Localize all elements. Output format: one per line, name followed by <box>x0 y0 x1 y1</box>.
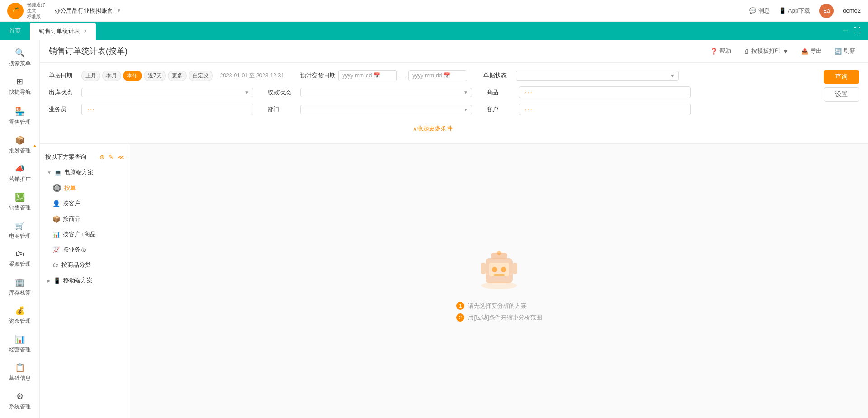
order-status-label: 单据状态 <box>483 71 509 80</box>
expected-date-group: 预计交货日期 yyyy-mm-dd 📅 — yyyy-mm-dd 📅 <box>300 70 467 81</box>
last7-btn[interactable]: 近7天 <box>144 71 166 81</box>
filter-row-1: 单据日期 上月 本月 本年 近7天 更多 自定义 2023-01-01 至 20… <box>49 70 816 81</box>
sidebar-item-operations[interactable]: 📊 经营管理 <box>0 330 39 358</box>
marketing-icon: 📣 <box>15 164 25 174</box>
sales-icon: 💹 <box>15 192 25 202</box>
pc-folder-icon: 💻 <box>54 169 61 176</box>
tree-by-goods-category[interactable]: 🗂 按商品分类 <box>40 257 130 273</box>
help-button[interactable]: ❓ 帮助 <box>707 45 735 57</box>
date-range-text: 2023-01-01 至 2023-12-31 <box>220 72 284 80</box>
collapse-panel-icon[interactable]: ≪ <box>118 153 124 161</box>
system-icon: ⚙ <box>16 391 24 401</box>
action-buttons: 查询 设置 <box>824 70 859 102</box>
current-year-btn[interactable]: 本年 <box>123 71 142 81</box>
by-goods-icon: 📦 <box>52 215 60 223</box>
sidebar-item-system[interactable]: ⚙ 系统管理 <box>0 387 39 415</box>
department-select[interactable]: ▼ <box>300 105 472 114</box>
tree-by-goods[interactable]: 📦 按商品 <box>40 211 130 227</box>
empty-state: 1 请先选择要分析的方案 2 用[过滤]条件来缩小分析范围 <box>130 144 868 418</box>
finance-icon: 💰 <box>15 306 25 316</box>
tree-pc-solution[interactable]: ▼ 💻 电脑端方案 <box>40 165 130 180</box>
ship-status-arrow-icon: ▼ <box>245 90 249 95</box>
expected-date-start[interactable]: yyyy-mm-dd 📅 <box>338 70 397 81</box>
custom-btn[interactable]: 自定义 <box>189 71 213 81</box>
filter-row-2: 出库状态 ▼ 收款状态 ▼ 商品 ··· <box>49 86 816 98</box>
sidebar-item-purchase[interactable]: 🛍 采购管理 <box>0 245 39 273</box>
empty-tip-1: 1 请先选择要分析的方案 <box>456 302 542 310</box>
tab-sales-order[interactable]: 销售订单统计表 × <box>30 23 96 40</box>
salesperson-more-icon[interactable]: ··· <box>87 106 95 113</box>
by-salesperson-icon: 📈 <box>52 246 60 253</box>
print-button[interactable]: 🖨 按模板打印 ▼ <box>740 45 792 57</box>
sidebar-item-marketing[interactable]: 📣 营销推广 <box>0 159 39 188</box>
app-dropdown-icon[interactable]: ▼ <box>117 8 121 13</box>
ship-status-select[interactable]: ▼ <box>81 88 253 97</box>
tree-by-customer[interactable]: 👤 按客户 <box>40 196 130 211</box>
tree-mobile-solution[interactable]: ▶ 📱 移动端方案 <box>40 273 130 288</box>
calendar-start-icon: 📅 <box>373 72 380 79</box>
more-btn[interactable]: 更多 <box>168 71 187 81</box>
app-name: 办公用品行业模拟账套 <box>54 7 113 15</box>
tab-close-icon[interactable]: × <box>84 28 87 34</box>
sidebar-item-quick-nav[interactable]: ⊞ 快捷导航 <box>0 72 39 100</box>
empty-tips: 1 请先选择要分析的方案 2 用[过滤]条件来缩小分析范围 <box>456 302 542 322</box>
sidebar-item-enterprise[interactable]: 🤝 企业协同 <box>0 415 39 418</box>
download-icon: 📱 <box>779 7 786 14</box>
add-scheme-icon[interactable]: ⊕ <box>99 153 105 161</box>
customer-input[interactable]: ··· <box>519 104 691 115</box>
export-button[interactable]: 📤 导出 <box>797 45 826 57</box>
date-buttons: 上月 本月 本年 近7天 更多 自定义 <box>81 71 213 81</box>
svg-point-4 <box>501 267 506 272</box>
page-title: 销售订单统计表(按单) <box>49 46 127 62</box>
department-label: 部门 <box>268 105 293 114</box>
filter-area: 单据日期 上月 本月 本年 近7天 更多 自定义 2023-01-01 至 20… <box>40 63 868 144</box>
page-header-actions: ❓ 帮助 🖨 按模板打印 ▼ 📤 导出 🔄 刷新 <box>707 45 859 62</box>
sidebar-item-wholesale[interactable]: 📦 批发管理 <box>0 131 39 159</box>
goods-input[interactable]: ··· <box>519 86 691 98</box>
tree-by-order[interactable]: 🔘 按单 <box>40 180 130 196</box>
top-bar: 🍊 畅捷通好生意 标准版 办公用品行业模拟账套 ▼ 💬 消息 📱 App下载 E… <box>0 0 868 22</box>
collapse-button[interactable]: ∧ 收起更多条件 <box>49 121 816 136</box>
user-name[interactable]: demo2 <box>843 7 861 14</box>
search-icon: 🔍 <box>15 48 25 58</box>
payment-status-select[interactable]: ▼ <box>300 88 472 97</box>
customer-more-icon[interactable]: ··· <box>525 106 533 113</box>
sidebar-item-search-menu[interactable]: 🔍 搜索菜单 <box>0 43 39 72</box>
goods-more-icon[interactable]: ··· <box>525 89 533 96</box>
message-button[interactable]: 💬 消息 <box>749 7 770 15</box>
tab-bar-actions: ─ ⛶ <box>843 27 868 35</box>
sidebar-item-retail[interactable]: 🏪 零售管理 <box>0 102 39 131</box>
last-month-btn[interactable]: 上月 <box>81 71 100 81</box>
print-dropdown-icon: ▼ <box>783 48 788 55</box>
filter-with-btn: 单据日期 上月 本月 本年 近7天 更多 自定义 2023-01-01 至 20… <box>49 70 859 136</box>
sidebar-item-basics[interactable]: 📋 基础信息 <box>0 358 39 387</box>
export-icon: 📤 <box>801 48 808 55</box>
app-download-button[interactable]: 📱 App下载 <box>779 7 810 15</box>
date-label: 单据日期 <box>49 71 74 80</box>
sidebar-item-inventory[interactable]: 🏢 库存核算 <box>0 273 39 301</box>
sidebar-item-ecommerce[interactable]: 🛒 电商管理 <box>0 216 39 245</box>
search-button[interactable]: 查询 <box>824 70 859 84</box>
by-order-icon: 🔘 <box>52 184 61 192</box>
sidebar-item-sales[interactable]: 💹 销售管理 <box>0 188 39 216</box>
reset-button[interactable]: 设置 <box>824 87 859 102</box>
refresh-button[interactable]: 🔄 刷新 <box>831 45 859 57</box>
tab-minimize-icon[interactable]: ─ <box>843 27 848 35</box>
tree-by-customer-goods[interactable]: 📊 按客户+商品 <box>40 227 130 242</box>
tab-home[interactable]: 首页 <box>0 22 30 40</box>
expected-date-end[interactable]: yyyy-mm-dd 📅 <box>408 70 467 81</box>
content-area: 销售订单统计表(按单) ❓ 帮助 🖨 按模板打印 ▼ 📤 导出 🔄 刷新 <box>40 40 868 418</box>
app-title-bar: 办公用品行业模拟账套 ▼ <box>47 7 749 15</box>
operations-icon: 📊 <box>15 334 25 344</box>
sidebar: 🔍 搜索菜单 ⊞ 快捷导航 🏪 零售管理 📦 批发管理 📣 营销推广 💹 销售管… <box>0 40 40 418</box>
this-month-btn[interactable]: 本月 <box>102 71 121 81</box>
tip-num-1: 1 <box>456 302 464 310</box>
ship-status-label: 出库状态 <box>49 88 74 96</box>
user-avatar[interactable]: Ea <box>819 4 834 18</box>
edit-scheme-icon[interactable]: ✎ <box>108 153 114 161</box>
sidebar-item-finance[interactable]: 💰 资金管理 <box>0 301 39 330</box>
tree-by-salesperson[interactable]: 📈 按业务员 <box>40 242 130 257</box>
order-status-select[interactable]: ▼ <box>516 71 679 81</box>
tab-maximize-icon[interactable]: ⛶ <box>854 27 861 35</box>
salesperson-input[interactable]: ··· <box>81 104 253 115</box>
